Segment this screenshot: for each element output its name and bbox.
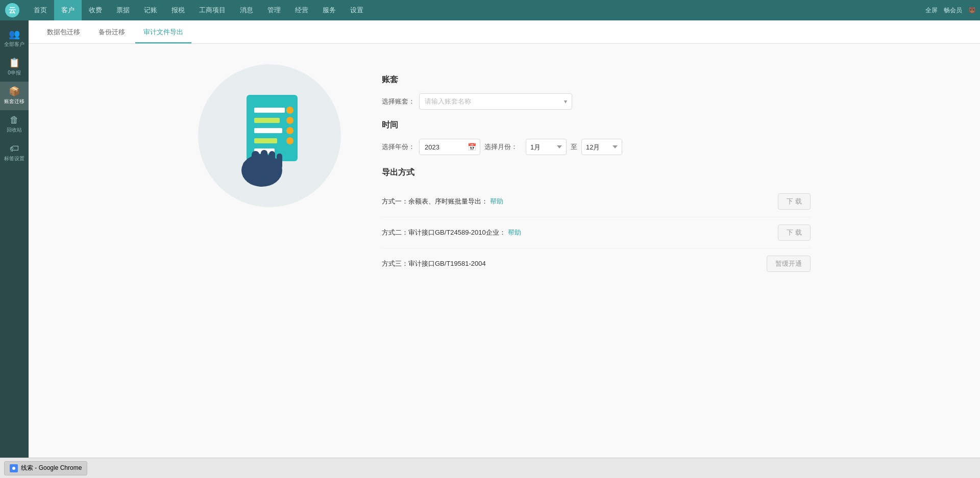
sidebar-item-label: 全部客户	[4, 41, 24, 48]
svg-point-9	[286, 117, 293, 124]
to-label: 至	[571, 142, 577, 152]
end-month-select[interactable]: 1月2月3月4月 5月6月7月8月 9月10月11月12月	[581, 139, 622, 155]
start-month-select[interactable]: 1月2月3月4月 5月6月7月8月 9月10月11月12月	[526, 139, 567, 155]
nav-business[interactable]: 工商项目	[192, 0, 233, 20]
svg-point-19	[12, 467, 15, 470]
nav-operation[interactable]: 经营	[288, 0, 315, 20]
top-navigation: 云 首页 客户 收费 票据 记账 报税 工商项目 消息 管理 经营 服务 设置 …	[0, 0, 980, 20]
section-divider: 时间	[382, 120, 811, 131]
svg-rect-15	[269, 151, 275, 170]
user-avatar[interactable]: 🐻	[968, 7, 976, 14]
taskbar-item-label: 线索 - Google Chrome	[21, 464, 82, 472]
illustration	[198, 64, 341, 207]
sidebar: 👥 全部客户 📋 0申报 📦 账套迁移 🗑 回收站 🏷 标签设置	[0, 20, 29, 458]
nav-right-area: 全屏 畅会员 🐻	[925, 6, 976, 15]
export-method-3-label: 方式三：审计接口GB/T19581-2004	[382, 259, 767, 268]
tab-data-migrate[interactable]: 数据包迁移	[39, 22, 88, 43]
export-method-1-row: 方式一：余额表、序时账批量导出：帮助 下 载	[382, 186, 811, 217]
account-select-label: 选择账套：	[382, 97, 415, 106]
svg-rect-3	[254, 108, 285, 113]
svg-rect-4	[254, 118, 280, 123]
export-container: 账套 选择账套： 请输入账套名称 ▾ 时间	[198, 64, 811, 279]
main-layout: 👥 全部客户 📋 0申报 📦 账套迁移 🗑 回收站 🏷 标签设置 数据包迁移 备…	[0, 20, 980, 458]
help-link-2[interactable]: 帮助	[508, 229, 521, 236]
sidebar-item-label: 回收站	[7, 127, 22, 134]
calendar-icon: 📅	[468, 143, 476, 151]
svg-rect-17	[243, 161, 251, 173]
nav-tax[interactable]: 报税	[164, 0, 192, 20]
migrate-icon: 📦	[9, 87, 20, 96]
svg-rect-16	[277, 154, 282, 169]
sidebar-item-label: 标签设置	[4, 155, 24, 162]
sidebar-item-zero-declare[interactable]: 📋 0申报	[0, 53, 29, 82]
export-method-2-row: 方式二：审计接口GB/T24589-2010企业：帮助 下 载	[382, 217, 811, 248]
export-method-3-row: 方式三：审计接口GB/T19581-2004 暂缓开通	[382, 248, 811, 279]
help-link-1[interactable]: 帮助	[490, 197, 503, 205]
nav-customer[interactable]: 客户	[54, 0, 82, 20]
time-row: 📅 选择月份： 1月2月3月4月 5月6月7月8月 9月10月11月12月 至 …	[419, 139, 622, 155]
sidebar-item-recycle[interactable]: 🗑 回收站	[0, 110, 29, 139]
time-form-row: 选择年份： 📅 选择月份： 1月2月3月4月 5月6月7月8月 9月10月11月…	[382, 139, 811, 155]
svg-rect-14	[261, 150, 267, 171]
export-methods: 导出方式 方式一：余额表、序时账批量导出：帮助 下 载 方式二：审计接口GB/T…	[382, 167, 811, 279]
export-section-title: 导出方式	[382, 167, 811, 178]
customers-icon: 👥	[9, 30, 20, 39]
nav-bookkeeping[interactable]: 记账	[137, 0, 164, 20]
nav-service[interactable]: 服务	[315, 0, 343, 20]
year-input-wrapper: 📅	[419, 139, 480, 155]
download-button-1[interactable]: 下 载	[778, 193, 811, 210]
nav-fee[interactable]: 收费	[82, 0, 109, 20]
account-placeholder: 请输入账套名称	[425, 97, 471, 106]
month-select-label: 选择月份：	[484, 142, 518, 152]
download-button-2[interactable]: 下 载	[778, 224, 811, 241]
recycle-icon: 🗑	[10, 115, 19, 124]
svg-point-10	[286, 127, 293, 134]
form-section: 账套 选择账套： 请输入账套名称 ▾ 时间	[382, 64, 811, 279]
app-logo: 云	[4, 2, 20, 18]
sidebar-item-account-migrate[interactable]: 📦 账套迁移	[0, 82, 29, 110]
svg-rect-6	[254, 138, 277, 143]
chrome-icon	[10, 464, 18, 472]
sidebar-item-all-customers[interactable]: 👥 全部客户	[0, 24, 29, 53]
year-select-label: 选择年份：	[382, 142, 415, 152]
account-section-title: 账套	[382, 74, 811, 85]
taskbar-chrome-item[interactable]: 线索 - Google Chrome	[4, 461, 87, 475]
tab-audit-export[interactable]: 审计文件导出	[135, 22, 191, 43]
svg-text:云: 云	[9, 6, 16, 14]
account-select-input[interactable]: 请输入账套名称	[419, 93, 572, 110]
time-section-title: 时间	[382, 120, 811, 131]
export-method-1-label: 方式一：余额表、序时账批量导出：帮助	[382, 197, 778, 206]
nav-home[interactable]: 首页	[27, 0, 54, 20]
sidebar-item-label: 账套迁移	[4, 98, 24, 105]
declare-icon: 📋	[9, 58, 20, 67]
chevron-down-icon: ▾	[564, 98, 567, 105]
tag-icon: 🏷	[10, 144, 19, 153]
sidebar-item-label: 0申报	[8, 69, 21, 77]
nav-management[interactable]: 管理	[260, 0, 288, 20]
content-area: 数据包迁移 备份迁移 审计文件导出	[29, 20, 980, 458]
tabs-bar: 数据包迁移 备份迁移 审计文件导出	[29, 20, 980, 44]
svg-rect-13	[252, 151, 259, 174]
taskbar: 线索 - Google Chrome	[0, 458, 980, 478]
export-method-2-label: 方式二：审计接口GB/T24589-2010企业：帮助	[382, 228, 778, 237]
open-button-3[interactable]: 暂缓开通	[767, 256, 811, 272]
svg-rect-5	[254, 128, 282, 133]
nav-menu: 首页 客户 收费 票据 记账 报税 工商项目 消息 管理 经营 服务 设置	[27, 0, 925, 20]
page-content: 账套 选择账套： 请输入账套名称 ▾ 时间	[29, 44, 980, 458]
account-select-wrapper[interactable]: 请输入账套名称 ▾	[419, 93, 572, 110]
svg-point-11	[286, 137, 293, 144]
fullscreen-button[interactable]: 全屏	[925, 6, 938, 15]
member-button[interactable]: 畅会员	[944, 6, 962, 15]
account-form-row: 选择账套： 请输入账套名称 ▾	[382, 93, 811, 110]
nav-message[interactable]: 消息	[233, 0, 260, 20]
tab-backup-migrate[interactable]: 备份迁移	[90, 22, 133, 43]
svg-point-8	[286, 107, 293, 114]
nav-invoice[interactable]: 票据	[109, 0, 137, 20]
nav-settings[interactable]: 设置	[343, 0, 371, 20]
sidebar-item-tag-settings[interactable]: 🏷 标签设置	[0, 139, 29, 167]
